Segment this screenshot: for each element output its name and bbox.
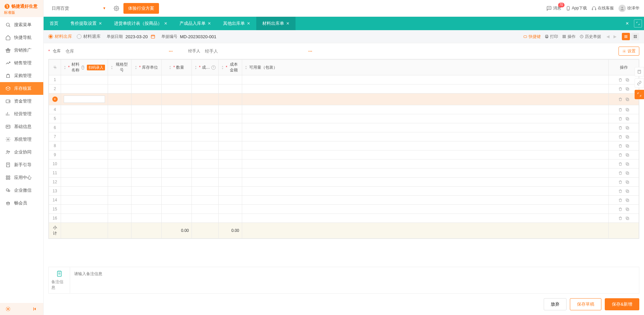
gear-icon[interactable]	[5, 306, 11, 312]
history-link[interactable]: 历史单据	[580, 34, 601, 40]
copy-row-icon[interactable]	[625, 207, 630, 211]
copy-row-icon[interactable]	[625, 171, 630, 175]
copy-row-icon[interactable]	[625, 162, 630, 166]
delete-row-icon[interactable]	[618, 171, 623, 175]
delete-row-icon[interactable]	[618, 117, 623, 121]
sidebar-item-team[interactable]: 企业协同	[0, 146, 43, 159]
tab-3[interactable]: 产成品入库单✕	[173, 17, 217, 30]
float-link-icon[interactable]	[635, 78, 644, 88]
copy-row-icon[interactable]	[625, 216, 630, 220]
delete-row-icon[interactable]	[618, 87, 623, 91]
table-row[interactable]: 1	[49, 75, 639, 84]
sidebar-item-wallet[interactable]: 资金管理	[0, 95, 43, 108]
delete-row-icon[interactable]	[618, 180, 623, 184]
delete-row-icon[interactable]	[618, 189, 623, 193]
tab-expand-icon[interactable]	[634, 19, 642, 27]
prev-record[interactable]: ◀	[605, 34, 611, 39]
table-row[interactable]: 11	[49, 169, 639, 178]
cta-button[interactable]: 体验行业方案	[123, 3, 159, 14]
scan-badge[interactable]: 扫码录入	[87, 65, 105, 70]
app-download-link[interactable]: App下载	[566, 5, 587, 11]
delete-row-icon[interactable]	[618, 78, 623, 82]
sidebar-item-guide[interactable]: 新手引导	[0, 159, 43, 171]
messages-link[interactable]: 消息 70	[546, 5, 561, 11]
delete-row-icon[interactable]	[618, 162, 623, 166]
sidebar-item-bag[interactable]: 采购管理	[0, 69, 43, 82]
th-cost[interactable]: ▲▼*成…?	[192, 60, 219, 75]
close-icon[interactable]: ✕	[164, 21, 167, 26]
collapse-icon[interactable]	[33, 306, 38, 312]
table-row[interactable]: 12	[49, 178, 639, 187]
sidebar-item-id[interactable]: 基础信息	[0, 120, 43, 133]
table-row[interactable]: 10	[49, 160, 639, 169]
save-new-button[interactable]: 保存&新增	[605, 298, 639, 310]
delete-row-icon[interactable]	[618, 135, 623, 139]
sidebar-item-vip[interactable]: 畅会员	[0, 197, 43, 209]
shortcut-link[interactable]: 快捷键	[523, 34, 541, 40]
sidebar-item-trend[interactable]: 销售管理	[0, 57, 43, 69]
sidebar-item-home[interactable]: 快捷导航	[0, 31, 43, 44]
tab-5[interactable]: 材料出库单✕	[256, 17, 296, 30]
table-row[interactable]: 15	[49, 205, 639, 214]
table-row[interactable]: 14	[49, 196, 639, 205]
close-icon[interactable]: ✕	[99, 21, 102, 26]
table-row[interactable]: 4	[49, 105, 639, 114]
copy-row-icon[interactable]	[625, 108, 630, 112]
float-note-icon[interactable]	[635, 67, 644, 76]
remarks-input[interactable]	[70, 267, 639, 293]
table-row[interactable]: +	[49, 93, 639, 105]
delete-row-icon[interactable]	[618, 97, 623, 102]
discard-button[interactable]: 放弃	[544, 298, 567, 310]
close-icon[interactable]: ✕	[208, 21, 211, 26]
sidebar-item-chart[interactable]: 经营管理	[0, 108, 43, 120]
add-row-icon[interactable]: +	[52, 97, 58, 102]
support-link[interactable]: 在线客服	[592, 5, 614, 11]
th-spec[interactable]: ▲▼规格型号	[108, 60, 131, 75]
sidebar-item-gift[interactable]: 营销推广	[0, 44, 43, 57]
delete-row-icon[interactable]	[618, 108, 623, 112]
th-total[interactable]: ▲▼*成本金额	[219, 60, 242, 75]
sidebar-item-wechat[interactable]: 企业微信	[0, 184, 43, 197]
delete-row-icon[interactable]	[618, 198, 623, 202]
copy-row-icon[interactable]	[625, 97, 630, 102]
th-name[interactable]: ▲▼*材料名称?扫码录入	[61, 60, 108, 75]
table-row[interactable]: 16	[49, 214, 639, 223]
close-icon[interactable]: ✕	[286, 21, 289, 26]
delete-row-icon[interactable]	[618, 207, 623, 211]
th-unit[interactable]: ▲▼*库存单位	[131, 60, 162, 75]
copy-row-icon[interactable]	[625, 117, 630, 121]
user-menu[interactable]: 徐泽华	[619, 5, 639, 12]
warehouse-input[interactable]	[63, 47, 164, 56]
material-name-input[interactable]	[64, 96, 105, 103]
agent-picker-icon[interactable]: ⋯	[306, 49, 314, 54]
help-icon[interactable]: ?	[82, 65, 84, 70]
table-row[interactable]: 9	[49, 150, 639, 160]
copy-row-icon[interactable]	[625, 126, 630, 130]
sidebar-item-apps[interactable]: 应用中心	[0, 171, 43, 184]
tab-1[interactable]: 售价提取设置✕	[64, 17, 108, 30]
tab-2[interactable]: 进货单统计表（按商品）✕	[108, 17, 173, 30]
help-icon[interactable]: ?	[211, 65, 216, 70]
copy-row-icon[interactable]	[625, 135, 630, 139]
copy-row-icon[interactable]	[625, 144, 630, 148]
print-link[interactable]: 打印	[545, 34, 558, 40]
view-list-icon[interactable]	[622, 33, 630, 40]
delete-row-icon[interactable]	[618, 126, 623, 130]
store-dropdown[interactable]: 日用百货 ▼	[48, 4, 109, 13]
radio-outbound[interactable]: 材料出库	[48, 34, 72, 40]
delete-row-icon[interactable]	[618, 153, 623, 157]
table-row[interactable]: 6	[49, 123, 639, 132]
th-avail[interactable]: ▲▼可用量（包装）	[242, 60, 609, 75]
table-row[interactable]: 8	[49, 141, 639, 150]
delete-row-icon[interactable]	[618, 216, 623, 220]
sidebar-item-gear[interactable]: 系统管理	[0, 133, 43, 146]
calendar-icon[interactable]	[151, 34, 155, 39]
close-icon[interactable]: ✕	[247, 21, 250, 26]
copy-row-icon[interactable]	[625, 198, 630, 202]
warehouse-picker-icon[interactable]: ⋯	[167, 49, 175, 54]
save-draft-button[interactable]: 保存草稿	[570, 298, 601, 310]
tab-4[interactable]: 其他出库单✕	[217, 17, 256, 30]
ops-link[interactable]: 操作	[562, 34, 576, 40]
table-row[interactable]: 5	[49, 114, 639, 123]
sidebar-item-box[interactable]: 库存核算	[0, 82, 43, 95]
